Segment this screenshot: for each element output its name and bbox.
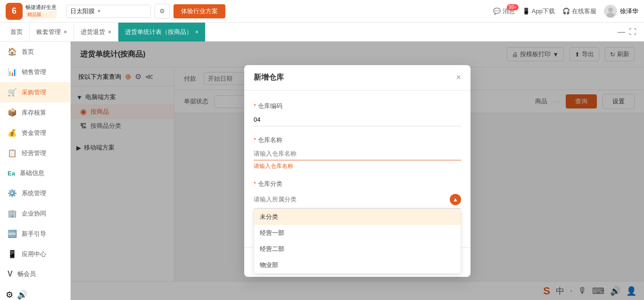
app-download-item[interactable]: 📱 App下载 (522, 7, 555, 16)
search-text: 日太阳膜 (70, 7, 95, 16)
sidebar-item-membership[interactable]: V 畅会员 (0, 264, 70, 284)
search-bar[interactable]: 日太阳膜 ▼ (66, 5, 151, 18)
operations-icon: 📋 (8, 149, 17, 158)
tab-purchase-stats[interactable]: 进货单统计表（按商品） × (118, 23, 206, 42)
sidebar-item-operations[interactable]: 📋 经营管理 (0, 143, 70, 163)
required-star: * (254, 102, 256, 109)
sidebar-item-basic[interactable]: Ea 基础信息 (0, 163, 70, 183)
online-service-item[interactable]: 🎧 在线客服 (562, 7, 596, 16)
header-right: 💬 消息 99+ 📱 App下载 🎧 在线客服 徐泽华 (493, 5, 638, 18)
online-service-label: 在线客服 (572, 7, 596, 16)
enterprise-icon: 🏢 (8, 209, 17, 218)
trial-button[interactable]: 体验行业方案 (173, 4, 225, 18)
sidebar-item-enterprise[interactable]: 🏢 企业协同 (0, 203, 70, 224)
sidebar-item-inventory-label: 库存核算 (22, 108, 46, 117)
sidebar-item-membership-label: 畅会员 (17, 270, 36, 278)
warehouse-category-label: * 仓库分类 (254, 180, 461, 188)
settings-icon[interactable]: ⚙ (155, 4, 170, 19)
warehouse-category-field: * 仓库分类 ▲ 未分类 经营一部 经营二部 (254, 180, 461, 208)
required-star-2: * (254, 136, 256, 143)
new-warehouse-modal: 新增仓库 × * 仓库编码 * (244, 65, 471, 277)
sidebar-item-home[interactable]: 🏠 首页 (0, 42, 70, 62)
notifications-item[interactable]: 💬 消息 99+ (493, 7, 515, 16)
sidebar-bottom: ⚙ 🔊 (0, 284, 70, 300)
dropdown-item-dept3[interactable]: 物业部 (254, 257, 461, 273)
category-dropdown-input[interactable] (254, 196, 450, 203)
speaker-icon[interactable]: 🔊 (17, 290, 27, 300)
tab-purchase-return[interactable]: 进货退货 × (74, 23, 118, 42)
sidebar-item-guide[interactable]: 🆕 新手引导 (0, 224, 70, 244)
modal-title: 新增仓库 (254, 73, 284, 83)
category-dropdown: ▲ 未分类 经营一部 经营二部 物业部 (254, 191, 461, 208)
tab-purchase-return-close[interactable]: × (108, 29, 111, 35)
finance-icon: 💰 (8, 128, 17, 137)
tab-home[interactable]: 首页 (4, 23, 30, 42)
sidebar-item-finance[interactable]: 💰 资金管理 (0, 123, 70, 143)
svg-point-0 (608, 8, 613, 12)
sidebar-item-enterprise-label: 企业协同 (22, 209, 46, 218)
tab-expand-icon[interactable]: ⛶ (629, 28, 636, 36)
required-star-3: * (254, 180, 256, 187)
logo-text: 畅捷通好生意 (25, 4, 57, 11)
sidebar-item-sales[interactable]: 📊 销售管理 (0, 62, 70, 82)
logo-area: 6 畅捷通好生意 精品版 (6, 3, 57, 20)
dropdown-item-dept2[interactable]: 经营二部 (254, 241, 461, 257)
dropdown-item-dept1[interactable]: 经营一部 (254, 225, 461, 241)
content-area: 进货单统计(按商品) 🖨 按模板打印 ▼ ⬆ 导出 ↻ 刷新 (71, 42, 644, 300)
tab-purchase-stats-close[interactable]: × (195, 29, 198, 35)
username: 徐泽华 (620, 7, 638, 16)
sales-icon: 📊 (8, 67, 17, 76)
logo-badge: 精品版 (25, 11, 57, 18)
chevron-down-icon: ▼ (97, 8, 101, 14)
dropdown-toggle-button[interactable]: ▲ (450, 194, 461, 205)
modal-close-button[interactable]: × (456, 73, 461, 83)
mobile-icon: 📱 (522, 8, 530, 15)
modal-header: 新增仓库 × (244, 65, 471, 91)
sidebar-item-apps-label: 应用中心 (22, 250, 46, 258)
system-icon: ⚙️ (8, 189, 17, 198)
headset-icon: 🎧 (562, 8, 570, 15)
warehouse-name-input[interactable] (254, 147, 461, 160)
tab-account[interactable]: 账套管理 × (30, 23, 74, 42)
warehouse-code-input[interactable] (254, 113, 461, 126)
warehouse-name-label: * 仓库名称 (254, 136, 461, 144)
tab-purchase-return-label: 进货退货 (81, 28, 105, 36)
membership-icon: V (8, 270, 13, 278)
warehouse-name-error: 请输入仓库名称 (254, 162, 461, 170)
tab-account-close[interactable]: × (64, 29, 67, 35)
modal-overlay[interactable]: 新增仓库 × * 仓库编码 * (71, 42, 644, 300)
sidebar-item-inventory[interactable]: 📦 库存核算 (0, 102, 70, 123)
svg-point-1 (607, 13, 614, 17)
sidebar-item-operations-label: 经营管理 (22, 149, 46, 158)
sidebar-item-finance-label: 资金管理 (22, 129, 46, 137)
sidebar-item-system[interactable]: ⚙️ 系统管理 (0, 183, 70, 203)
warehouse-code-label: * 仓库编码 (254, 102, 461, 110)
sidebar-item-purchase-label: 采购管理 (22, 88, 46, 97)
modal-body: * 仓库编码 * 仓库名称 请输入仓库名称 (244, 91, 471, 247)
tab-home-label: 首页 (10, 28, 23, 36)
guide-icon: 🆕 (8, 229, 17, 238)
warehouse-code-field: * 仓库编码 (254, 102, 461, 126)
tab-right-actions: — ⛶ (618, 28, 640, 36)
apps-icon: 📱 (8, 250, 17, 258)
category-dropdown-row: ▲ (254, 191, 461, 208)
sidebar-item-apps[interactable]: 📱 应用中心 (0, 244, 70, 264)
app-download-label: App下载 (532, 7, 555, 16)
message-icon: 💬 (493, 8, 501, 15)
settings-bottom-icon[interactable]: ⚙ (6, 290, 13, 300)
basic-icon: Ea (8, 170, 15, 177)
avatar (604, 5, 617, 18)
top-header: 6 畅捷通好生意 精品版 日太阳膜 ▼ ⚙ 体验行业方案 💬 消息 99+ 📱 … (0, 0, 644, 23)
sidebar-item-basic-label: 基础信息 (20, 169, 44, 177)
sidebar: 🏠 首页 📊 销售管理 🛒 采购管理 📦 库存核算 💰 资金管理 📋 经营管理 … (0, 42, 71, 300)
logo-icon: 6 (6, 3, 23, 20)
sidebar-item-guide-label: 新手引导 (22, 230, 46, 238)
warehouse-name-field: * 仓库名称 请输入仓库名称 (254, 136, 461, 170)
sidebar-item-system-label: 系统管理 (22, 189, 46, 198)
user-info[interactable]: 徐泽华 (604, 5, 638, 18)
dropdown-item-uncategorized[interactable]: 未分类 (254, 209, 461, 225)
sidebar-item-purchase[interactable]: 🛒 采购管理 (0, 82, 70, 102)
tab-minimize-icon[interactable]: — (618, 28, 625, 36)
category-dropdown-list: 未分类 经营一部 经营二部 物业部 (254, 208, 461, 274)
sidebar-item-sales-label: 销售管理 (22, 68, 46, 76)
